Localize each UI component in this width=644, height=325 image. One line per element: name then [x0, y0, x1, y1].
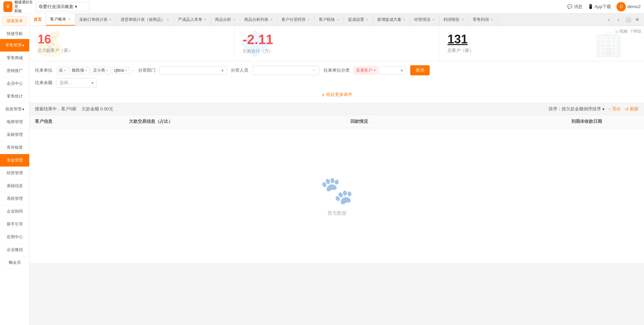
message-button[interactable]: 💬 消息 — [567, 4, 583, 10]
search-menu-button[interactable]: 搜索菜单 — [2, 16, 27, 26]
stat-bg-icon-2: 🔷 — [240, 29, 270, 58]
tab-bar: 首页 客户账本 × 采购订单统计表 × 进货单统计表（按商品） × 产成品入库单… — [30, 13, 644, 26]
tab-customer-contact[interactable]: 客户联络 × — [315, 13, 344, 26]
sidebar-item-system[interactable]: 系统管理 — [0, 192, 29, 205]
stats-area: 💰 16 总欠款客户（家） 🔷 -2.11 欠款合计（万） 🏢 — [30, 26, 644, 61]
sidebar-item-chang-member[interactable]: 畅会员 — [0, 256, 29, 269]
sort-label: 排序：按欠款金额倒序排序 — [549, 106, 601, 112]
tab-close-icon[interactable]: × — [432, 18, 435, 22]
export-button[interactable]: ↑ 导出 — [609, 106, 621, 112]
chevron-up-icon: ∧ — [321, 92, 325, 97]
chevron-icon: ▾ — [22, 43, 24, 48]
quick-nav-area: 快捷导航 — [0, 29, 29, 39]
table-area: 客户信息 欠款交易信息（占比） 回款情况 到期未收款日期 🐾 暂无数据 — [30, 115, 644, 263]
dept-filter-select[interactable]: ▾ — [160, 66, 227, 75]
tab-close-icon[interactable]: × — [232, 18, 236, 22]
balance-filter-select[interactable]: 选择... ▾ — [56, 78, 97, 87]
tab-product-analysis[interactable]: 商品分析 × — [211, 13, 240, 26]
tab-commission-setting[interactable]: 提成设置 × — [344, 13, 373, 26]
unit-class-select[interactable]: ▾ — [379, 66, 406, 75]
tab-close-icon[interactable]: × — [490, 18, 493, 22]
tab-product-analysis-list[interactable]: 商品分析列表 × — [240, 13, 277, 26]
tab-customer-tier[interactable]: 客户分层经营 × — [277, 13, 315, 26]
sidebar-item-member-center[interactable]: 会员中心 — [0, 77, 29, 90]
sidebar-item-retail-mall[interactable]: 零售商城 — [0, 52, 29, 65]
filter-tag-1[interactable]: 陈民强 × — [70, 67, 89, 74]
sort-selector[interactable]: 排序：按欠款金额倒序排序 ▾ — [549, 106, 605, 112]
tab-finished-inbound[interactable]: 产成品入库单 × — [174, 13, 211, 26]
tab-close-icon[interactable]: × — [270, 18, 273, 22]
tab-new-commission[interactable]: 新增提成方案 × — [373, 13, 411, 26]
video-help-area: ▷ 视频 ? 帮助 — [616, 29, 641, 34]
tab-inbound-stats-product[interactable]: 进货单统计表（按商品） × — [117, 13, 174, 26]
sidebar-item-wholesale[interactable]: 批发管理 ▾ — [0, 103, 29, 116]
tab-close-icon[interactable]: × — [461, 18, 464, 22]
tab-purchase-order-stats[interactable]: 采购订单统计表 × — [75, 13, 117, 26]
tab-close-icon[interactable]: × — [307, 18, 310, 22]
tab-home[interactable]: 首页 — [30, 13, 46, 26]
sidebar-search-area: 搜索菜单 — [0, 13, 29, 29]
filter-tag-3[interactable]: cjttcw × — [112, 67, 130, 74]
help-button[interactable]: ? 帮助 — [630, 29, 641, 34]
tag-close-icon[interactable]: × — [373, 68, 376, 73]
filter-more-tags[interactable]: ··· — [131, 68, 134, 73]
unit-class-tag[interactable]: 普通客户 × — [354, 67, 378, 74]
collapse-row: ∧ 收起更多条件 — [35, 90, 639, 99]
query-button[interactable]: 查询 — [410, 65, 430, 75]
sidebar: 搜索菜单 快捷导航 零售管理 ▾ 零售商城 营销推广 会员中心 零售统计 批发管… — [0, 13, 30, 325]
tab-scroll-right-button[interactable]: › — [614, 15, 622, 24]
tag-close-icon[interactable]: × — [64, 69, 66, 72]
table-header: 客户信息 欠款交易信息（占比） 回款情况 到期未收款日期 — [30, 115, 644, 128]
refresh-button[interactable]: ↺ 刷新 — [625, 106, 639, 112]
tab-customer-ledger[interactable]: 客户账本 × — [46, 13, 75, 26]
company-selector[interactable]: 母婴行业演示账套 ▾ — [36, 2, 89, 11]
tag-close-icon[interactable]: × — [125, 69, 127, 72]
filter-row-2: 往来余额 选择... ▾ — [35, 78, 639, 87]
collapse-button[interactable]: ∧ 收起更多条件 — [321, 90, 352, 99]
tab-expand-button[interactable]: ⬜ — [624, 15, 632, 24]
tab-retail-profit[interactable]: 零售利润 × — [469, 13, 498, 26]
table-empty-state: 🐾 暂无数据 — [30, 128, 644, 263]
app-download-button[interactable]: 📱 App下载 — [588, 4, 611, 10]
sidebar-item-finance[interactable]: 资金管理 — [0, 154, 29, 167]
tag-close-icon[interactable]: × — [85, 69, 87, 72]
user-menu[interactable]: D demo2 — [616, 2, 641, 11]
person-dots-icon[interactable]: ··· — [312, 67, 316, 73]
sidebar-item-retail-management[interactable]: 零售管理 ▾ — [0, 39, 29, 52]
sidebar-item-app-center[interactable]: 应用中心 — [0, 231, 29, 244]
tab-close-icon[interactable]: × — [403, 18, 406, 22]
person-filter-label: 分管人员 — [231, 67, 248, 73]
tab-close-icon[interactable]: × — [109, 18, 112, 22]
sidebar-item-marketing[interactable]: 营销推广 — [0, 65, 29, 77]
sidebar-item-inventory[interactable]: 库存核算 — [0, 141, 29, 154]
tab-close-all-button[interactable]: ✕ — [633, 15, 641, 24]
sidebar-item-beginner-guide[interactable]: 新手引导 — [0, 218, 29, 231]
tab-profit-report[interactable]: 利润报告 × — [439, 13, 469, 26]
tab-scroll-left-button[interactable]: ‹ — [605, 15, 613, 24]
tab-close-icon[interactable]: × — [336, 18, 340, 22]
sidebar-item-basic-info[interactable]: 基础信息 — [0, 180, 29, 192]
unit-filter-tags: 伍 × 陈民强 × 王小亮 × cjttcw × — [56, 67, 134, 74]
tab-close-icon[interactable]: × — [68, 17, 71, 21]
sidebar-item-enterprise-collab[interactable]: 企业协同 — [0, 205, 29, 218]
filter-tag-0[interactable]: 伍 × — [56, 67, 68, 74]
tab-close-icon[interactable]: × — [366, 18, 369, 22]
video-button[interactable]: ▷ 视频 — [616, 29, 628, 34]
chevron-down-icon: ▾ — [401, 68, 403, 73]
sidebar-item-enterprise-wechat[interactable]: 企业微信 — [0, 244, 29, 256]
tab-close-icon[interactable]: × — [166, 18, 170, 22]
sidebar-item-ecommerce[interactable]: 电商管理 — [0, 116, 29, 129]
sidebar-item-operations[interactable]: 经营管理 — [0, 167, 29, 180]
sidebar-item-retail-stats[interactable]: 零售统计 — [0, 90, 29, 103]
tag-close-icon[interactable]: × — [106, 69, 108, 72]
person-filter-select[interactable]: ··· — [252, 66, 319, 75]
refresh-icon: ↺ — [625, 107, 629, 112]
dept-filter-label: 分管部门 — [138, 67, 156, 73]
message-icon: 💬 — [567, 4, 572, 9]
filter-tag-2[interactable]: 王小亮 × — [91, 67, 111, 74]
sidebar-item-purchase[interactable]: 采购管理 — [0, 129, 29, 141]
tab-business-status[interactable]: 经营情况 × — [410, 13, 439, 26]
quick-nav-label[interactable]: 快捷导航 — [7, 31, 23, 36]
tab-close-icon[interactable]: × — [204, 18, 207, 22]
chevron-down-icon: ▾ — [75, 4, 77, 9]
